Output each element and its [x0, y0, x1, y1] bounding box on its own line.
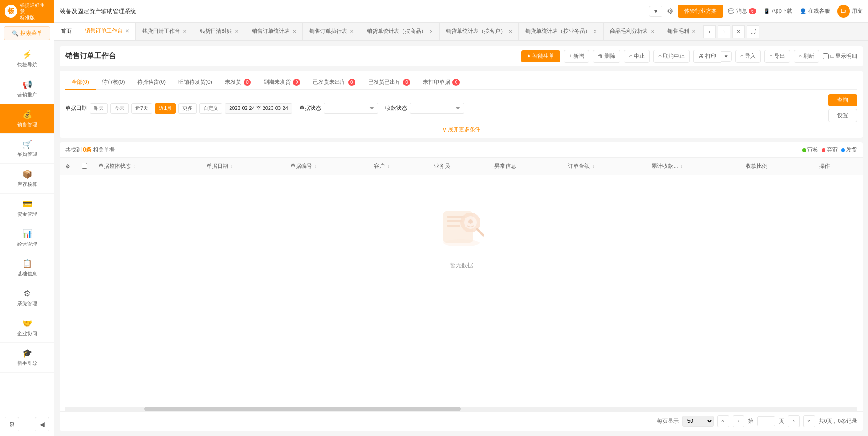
cancel-abort-button[interactable]: ○ 取消中止	[653, 50, 690, 63]
sidebar-item-guide[interactable]: 🎓 新手引导	[0, 343, 54, 373]
filter-tab-not-shipped[interactable]: 未发货 0	[219, 76, 257, 90]
col-number[interactable]: 单据编号 ↕	[285, 158, 369, 175]
filter-tab-wangpu[interactable]: 旺铺待发货(0)	[172, 76, 219, 90]
tab-fullscreen[interactable]: ⛶	[747, 25, 759, 38]
close-tab-sales-workbench[interactable]: ✕	[125, 28, 129, 33]
tab-home[interactable]: 首页	[54, 23, 78, 41]
filter-tab-not-printed[interactable]: 未打印单据 0	[417, 76, 466, 90]
app-download-item[interactable]: 📱 App下载	[763, 7, 792, 15]
sidebar-collapse-button[interactable]: ◀	[35, 417, 49, 431]
scrollbar-thumb[interactable]	[144, 407, 461, 411]
close-tab-sales-sum-staff[interactable]: ✕	[593, 29, 597, 34]
tab-cash-reconcile[interactable]: 钱货日清对账 ✕	[193, 23, 245, 41]
add-button[interactable]: + 新增	[564, 50, 589, 63]
close-tab-sales-profit[interactable]: ✕	[692, 29, 695, 34]
horizontal-scrollbar[interactable]	[65, 407, 857, 411]
delete-button[interactable]: 🗑 删除	[593, 50, 620, 63]
sidebar-item-basic[interactable]: 📋 基础信息	[0, 253, 54, 283]
col-amount[interactable]: 订单金额 ↕	[562, 158, 646, 175]
tab-sales-stats[interactable]: 销售订单统计表 ✕	[245, 23, 303, 41]
sidebar-settings-button[interactable]: ⚙	[5, 417, 19, 431]
close-tab-cash-reconcile[interactable]: ✕	[235, 29, 239, 34]
col-staff[interactable]: 业务员	[428, 158, 489, 175]
filter-tab-shipped-not-out[interactable]: 已发货未出库 0	[307, 76, 361, 90]
col-date[interactable]: 单据日期 ↕	[201, 158, 285, 175]
tab-cash-daily[interactable]: 钱货日清工作台 ✕	[136, 23, 193, 41]
date-custom-button[interactable]: 自定义	[199, 103, 222, 114]
sidebar-item-finance[interactable]: 💳 资金管理	[0, 194, 54, 223]
export-button[interactable]: ○ 导出	[764, 50, 790, 63]
close-tab-sales-sum-customer[interactable]: ✕	[508, 29, 512, 34]
tab-sales-sum-staff[interactable]: 销货单统计表（按业务员） ✕	[519, 23, 604, 41]
sidebar-item-quick[interactable]: ⚡ 快捷导航	[0, 44, 54, 74]
refresh-button[interactable]: ○ 刷新	[794, 50, 820, 63]
filter-tab-shipped-out[interactable]: 已发货已出库 0	[362, 76, 417, 90]
page-size-select[interactable]: 50 100 200	[682, 416, 714, 427]
sidebar-item-purchase[interactable]: 🛒 采购管理	[0, 134, 54, 164]
query-button[interactable]: 查询	[828, 94, 857, 106]
tab-sales-sum-customer[interactable]: 销货单统计表（按客户） ✕	[440, 23, 519, 41]
review-action-button[interactable]: 审核	[802, 146, 818, 154]
search-menu-button[interactable]: 🔍 搜索菜单	[4, 26, 50, 40]
status-select[interactable]	[324, 103, 378, 114]
filter-tab-pending-review[interactable]: 待审核(0)	[96, 76, 131, 90]
import-button[interactable]: ○ 导入	[735, 50, 761, 63]
close-tab-cash-daily[interactable]: ✕	[183, 29, 187, 34]
filter-settings-button[interactable]: 设置	[828, 109, 857, 122]
tab-scroll-left[interactable]: ‹	[703, 25, 716, 38]
online-service-item[interactable]: 👤 在线客服	[800, 7, 830, 15]
col-exception[interactable]: 异常信息	[489, 158, 562, 175]
detail-checkbox[interactable]	[823, 53, 829, 59]
col-status[interactable]: 单据整体状态 ↕	[93, 158, 201, 175]
sidebar-item-system[interactable]: ⚙ 系统管理	[0, 283, 54, 313]
page-first-button[interactable]: «	[717, 415, 729, 427]
close-tab-sales-exec[interactable]: ✕	[350, 29, 354, 34]
page-last-button[interactable]: »	[803, 415, 815, 427]
col-customer[interactable]: 客户 ↕	[369, 158, 428, 175]
close-tab-sales-sum-product[interactable]: ✕	[429, 29, 433, 34]
sidebar-item-sales[interactable]: 💰 销售管理	[0, 104, 54, 134]
page-prev-button[interactable]: ‹	[733, 415, 744, 427]
date-7days-button[interactable]: 近7天	[131, 103, 152, 114]
select-all-checkbox[interactable]	[82, 163, 87, 169]
abort-button[interactable]: ○ 中止	[624, 50, 650, 63]
sidebar-item-marketing[interactable]: 📢 营销推广	[0, 74, 54, 104]
sidebar-item-inventory[interactable]: 📦 库存核算	[0, 164, 54, 194]
expand-conditions-button[interactable]: ∨ 展开更多条件	[442, 126, 480, 133]
col-ratio[interactable]: 收款比例	[740, 158, 814, 175]
date-yesterday-button[interactable]: 昨天	[90, 103, 108, 114]
col-collected[interactable]: 累计收款... ↕	[646, 158, 740, 175]
solution-button[interactable]: 体验行业方案	[678, 5, 723, 18]
filter-tab-all[interactable]: 全部(0)	[65, 76, 96, 90]
tab-sales-sum-product[interactable]: 销货单统计表（按商品） ✕	[360, 23, 440, 41]
col-checkbox[interactable]	[76, 158, 93, 175]
sidebar-item-enterprise[interactable]: 🤝 企业协同	[0, 313, 54, 343]
tab-sales-exec[interactable]: 销售订单执行表 ✕	[303, 23, 360, 41]
payment-select[interactable]	[410, 103, 464, 114]
filter-tab-overdue-ship[interactable]: 到期未发货 0	[257, 76, 307, 90]
detail-checkbox-label[interactable]: □ 显示明细	[823, 52, 857, 60]
sidebar-item-operations[interactable]: 📊 经营管理	[0, 223, 54, 253]
print-dropdown-button[interactable]: ▼	[721, 51, 732, 62]
filter-tab-pending-verify[interactable]: 待择验货(0)	[131, 76, 172, 90]
tab-sales-workbench[interactable]: 销售订单工作台 ✕	[78, 23, 136, 41]
user-item[interactable]: Ea 用友	[837, 5, 863, 18]
smart-generate-button[interactable]: ✦ 智能生单	[521, 50, 560, 62]
date-1month-button[interactable]: 近1月	[155, 103, 176, 114]
message-item[interactable]: 💬 消息 6	[728, 7, 756, 15]
page-next-button[interactable]: ›	[788, 415, 800, 427]
header-settings-button[interactable]: ⚙	[667, 7, 673, 15]
tab-close-all[interactable]: ✕	[732, 25, 745, 38]
date-today-button[interactable]: 今天	[110, 103, 129, 114]
abandon-action-button[interactable]: 弃审	[822, 146, 838, 154]
close-tab-sales-stats[interactable]: ✕	[293, 29, 296, 34]
date-more-button[interactable]: 更多	[178, 103, 197, 114]
tab-margin-analysis[interactable]: 商品毛利分析表 ✕	[604, 23, 661, 41]
close-tab-margin-analysis[interactable]: ✕	[651, 29, 654, 34]
col-settings[interactable]: ⚙	[60, 158, 76, 175]
tab-scroll-right[interactable]: ›	[718, 25, 730, 38]
system-dropdown[interactable]: ▼	[649, 6, 662, 17]
tab-sales-profit[interactable]: 销售毛利 ✕	[661, 23, 702, 41]
sidebar-search[interactable]: 🔍 搜索菜单	[0, 23, 54, 44]
print-button[interactable]: 🖨 打印	[693, 50, 720, 63]
